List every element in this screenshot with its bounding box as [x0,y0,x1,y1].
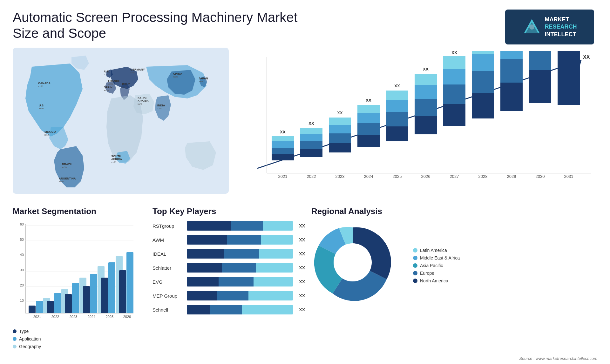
svg-rect-55 [329,125,351,133]
bar-chart-container: XX XX 2021 [235,51,597,194]
svg-rect-123 [65,294,72,313]
logo-box: MARKET RESEARCH INTELLECT [505,10,594,44]
svg-text:FRANCE: FRANCE [108,79,120,83]
svg-rect-62 [357,105,380,113]
bottom-section: Market Segmentation 60 50 40 30 20 10 [0,200,610,364]
player-row: EVG XX [152,277,305,286]
svg-rect-91 [500,51,523,59]
svg-rect-119 [47,301,54,313]
player-value: XX [295,265,305,270]
player-row: MEP Group XX [152,291,305,300]
svg-text:xx%: xx% [199,80,203,83]
svg-text:60: 60 [20,222,24,226]
svg-rect-73 [415,85,437,99]
legend-dot-geography [13,345,17,348]
svg-text:XX: XX [280,130,286,134]
svg-rect-128 [90,274,97,313]
svg-rect-127 [83,286,90,313]
player-row: AWM XX [152,235,305,245]
player-name: EVG [152,279,184,285]
svg-rect-65 [386,126,408,141]
legend-asia-pacific: Asia Pacific [413,263,460,268]
svg-rect-44 [272,136,294,141]
svg-text:xx%: xx% [111,161,116,164]
source-text: Source : www.marketresearchintellect.com [519,356,597,361]
player-name: AWM [152,237,184,243]
svg-text:xx%: xx% [122,86,127,89]
legend-geography: Geography [13,344,146,349]
regional-section: Regional Analysis [311,206,597,364]
svg-rect-79 [443,69,465,84]
svg-rect-47 [300,149,322,157]
svg-text:20: 20 [20,283,24,287]
segmentation-title: Market Segmentation [13,206,146,216]
player-name: Schlatter [152,265,184,271]
svg-text:U.S.: U.S. [39,104,44,107]
segmentation-chart: 60 50 40 30 20 10 2021 [13,221,133,323]
segmentation-section: Market Segmentation 60 50 40 30 20 10 [13,206,146,364]
players-section: Top Key Players RSTgroup XX AWM [152,206,305,364]
svg-text:CANADA: CANADA [38,82,51,85]
svg-text:INDIA: INDIA [157,104,165,107]
svg-text:ARABIA: ARABIA [138,99,149,103]
svg-rect-86 [472,51,494,54]
svg-text:2021: 2021 [33,315,41,319]
svg-text:2022: 2022 [307,174,316,179]
svg-text:CHINA: CHINA [173,72,182,75]
svg-rect-98 [558,51,580,105]
svg-text:40: 40 [20,253,24,257]
dot-latin-america [413,248,417,253]
svg-text:GERMANY: GERMANY [130,68,145,71]
player-bar [187,249,293,259]
legend-type: Type [13,329,146,334]
svg-rect-43 [272,141,294,148]
svg-rect-80 [443,56,465,69]
svg-text:2024: 2024 [364,174,373,179]
svg-rect-71 [415,116,437,134]
regional-legend: Latin America Middle East & Africa Asia … [407,248,460,283]
svg-rect-94 [529,70,551,103]
svg-text:xx%: xx% [138,103,142,105]
legend-dot-application [13,337,17,341]
svg-rect-83 [472,93,494,118]
svg-text:U.K.: U.K. [104,70,110,73]
svg-text:2023: 2023 [336,174,345,179]
svg-text:xx%: xx% [44,133,49,136]
svg-text:xx%: xx% [130,71,135,74]
svg-rect-66 [386,112,408,126]
player-name: Schnell [152,307,184,313]
page-title: Automatic Screen Processing Machinery Ma… [13,10,299,42]
svg-text:2028: 2028 [478,174,488,179]
logo-area: MARKET RESEARCH INTELLECT [502,10,597,44]
player-row: RSTgroup XX [152,221,305,231]
svg-text:xx%: xx% [157,107,162,110]
svg-rect-132 [108,262,115,313]
player-value: XX [295,237,305,242]
player-value: XX [295,293,305,298]
player-value: XX [295,279,305,284]
svg-text:xx%: xx% [62,166,67,169]
svg-rect-60 [357,123,380,135]
dot-europe [413,271,417,275]
dot-asia-pacific [413,263,417,268]
svg-rect-136 [126,252,133,313]
svg-rect-72 [415,99,437,116]
svg-rect-135 [119,270,126,313]
svg-rect-120 [54,293,61,313]
player-value: XX [295,307,305,312]
top-content: CANADA xx% U.S. xx% MEXICO xx% BRAZIL xx… [0,48,610,200]
bar-chart-svg: XX XX 2021 [235,51,597,184]
player-bar [187,277,293,286]
svg-text:2024: 2024 [88,315,95,319]
player-name: IDEAL [152,251,184,257]
players-title: Top Key Players [152,206,305,216]
legend-application: Application [13,336,146,341]
svg-rect-90 [500,59,523,83]
svg-text:30: 30 [20,268,24,272]
regional-title: Regional Analysis [311,206,597,216]
player-bar [187,305,293,314]
donut-chart [311,221,394,305]
svg-rect-56 [329,118,351,125]
svg-text:xx%: xx% [173,75,178,78]
svg-rect-53 [329,143,351,152]
